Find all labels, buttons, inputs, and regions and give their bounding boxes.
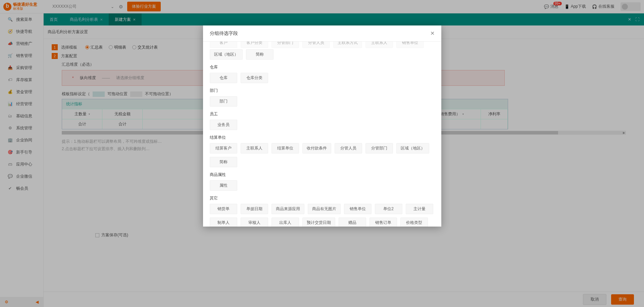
field-pill[interactable]: 简称 xyxy=(210,157,237,167)
field-pill[interactable]: 属性 xyxy=(210,180,237,191)
field-pill[interactable]: 收付款条件 xyxy=(302,143,331,154)
field-pill[interactable]: 单位2 xyxy=(375,204,402,214)
field-group-header: 商品属性 xyxy=(210,172,435,178)
field-pill[interactable]: 主联系方式 xyxy=(333,42,362,48)
field-pill[interactable]: 价格类型 xyxy=(400,218,428,227)
field-group-header: 仓库 xyxy=(210,64,435,70)
field-pill[interactable]: 审核人 xyxy=(241,218,268,227)
field-pill[interactable]: 部门 xyxy=(210,96,237,107)
field-pill[interactable]: 销售单位 xyxy=(344,204,371,214)
field-group-row: 仓库仓库分类 xyxy=(210,73,435,83)
field-group-row: 结算客户主联系人结算单位收付款条件分管人员分管部门区域（地区）简称 xyxy=(210,143,435,167)
field-pill[interactable]: 仓库 xyxy=(210,73,237,83)
field-group-row: 部门 xyxy=(210,96,435,107)
field-pill[interactable]: 分管部门 xyxy=(271,42,299,48)
field-group-header: 结算单位 xyxy=(210,135,435,140)
field-group-row: 业务员 xyxy=(210,120,435,130)
field-pill[interactable]: 预计交货日期 xyxy=(302,218,335,227)
field-pill[interactable]: 分管部门 xyxy=(365,143,393,154)
partial-row-top: 客户客户分类分管部门分管人员主联系方式主联系人销售单位 xyxy=(210,42,435,48)
field-pill[interactable]: 制单人 xyxy=(210,218,237,227)
field-pill[interactable]: 销货单 xyxy=(210,204,237,214)
modal-mask[interactable]: 分组待选字段 ✕ 客户客户分类分管部门分管人员主联系方式主联系人销售单位 区域（… xyxy=(0,0,644,307)
modal-body: 客户客户分类分管部门分管人员主联系方式主联系人销售单位 区域（地区）简称 仓库仓… xyxy=(203,42,441,227)
field-pill[interactable]: 赠品 xyxy=(339,218,366,227)
field-pill[interactable]: 分管人员 xyxy=(335,143,362,154)
field-pill[interactable]: 简称 xyxy=(246,49,274,60)
field-pill[interactable]: 区域（地区） xyxy=(396,143,429,154)
field-pill[interactable]: 销售单位 xyxy=(396,42,424,48)
close-icon[interactable]: ✕ xyxy=(430,30,435,37)
field-pill[interactable]: 客户分类 xyxy=(241,42,268,48)
field-pill[interactable]: 销售订单 xyxy=(369,218,397,227)
field-group-header: 部门 xyxy=(210,88,435,94)
field-group-row: 属性 xyxy=(210,180,435,191)
field-pill[interactable]: 业务员 xyxy=(210,120,237,130)
field-pill[interactable]: 区域（地区） xyxy=(210,49,243,60)
modal-header: 分组待选字段 ✕ xyxy=(203,25,441,42)
field-group-header: 员工 xyxy=(210,111,435,117)
field-group-header: 其它 xyxy=(210,195,435,201)
field-pill[interactable]: 结算单位 xyxy=(271,143,299,154)
field-pill[interactable]: 主计量 xyxy=(406,204,433,214)
field-pill[interactable]: 主联系人 xyxy=(241,143,268,154)
field-picker-modal: 分组待选字段 ✕ 客户客户分类分管部门分管人员主联系方式主联系人销售单位 区域（… xyxy=(203,25,441,227)
field-group-row: 销货单单据日期商品来源应用商品有无图片销售单位单位2主计量制单人审核人出库人预计… xyxy=(210,204,435,227)
field-pill[interactable]: 分管人员 xyxy=(302,42,330,48)
field-pill[interactable]: 出库人 xyxy=(271,218,299,227)
field-pill[interactable]: 主联系人 xyxy=(365,42,393,48)
modal-title: 分组待选字段 xyxy=(210,30,238,37)
field-pill[interactable]: 商品有无图片 xyxy=(308,204,341,214)
field-pill[interactable]: 单据日期 xyxy=(241,204,268,214)
field-pill[interactable]: 商品来源应用 xyxy=(271,204,304,214)
field-pill[interactable]: 仓库分类 xyxy=(241,73,268,83)
field-pill[interactable]: 结算客户 xyxy=(210,143,237,154)
partial-row-2: 区域（地区）简称 xyxy=(210,49,435,60)
field-pill[interactable]: 客户 xyxy=(210,42,237,48)
